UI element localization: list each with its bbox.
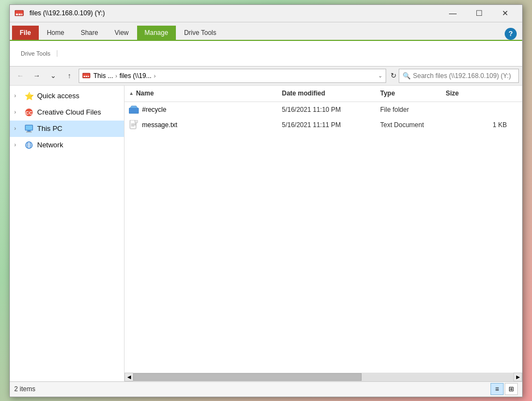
recycle-type: File folder — [380, 106, 446, 113]
up-button[interactable]: ↑ — [62, 69, 76, 82]
sidebar-item-this-pc[interactable]: › This PC — [10, 121, 124, 137]
minimize-button[interactable]: — — [440, 5, 465, 21]
tiles-view-button[interactable]: ⊞ — [505, 383, 518, 395]
quick-access-chevron-icon: › — [14, 93, 21, 99]
sidebar: › ⭐ Quick access › CC Creative Cloud Fil… — [10, 86, 125, 381]
message-date: 5/16/2021 11:11 PM — [282, 121, 380, 129]
tab-view[interactable]: View — [107, 26, 137, 40]
file-row-recycle[interactable]: #recycle 5/16/2021 11:10 PM File folder — [125, 102, 522, 117]
address-bar-row: ← → ⌄ ↑ This ... › files (\\19... › ⌄ ↻ … — [10, 67, 522, 86]
view-toggle: ≡ ⊞ — [490, 383, 518, 395]
ribbon-group-label: Drive Tools — [14, 50, 57, 57]
title-bar-icon — [14, 8, 25, 19]
sidebar-item-network[interactable]: › Network — [10, 137, 124, 153]
svg-rect-14 — [27, 130, 31, 131]
title-bar: files (\\192.168.0.109) (Y:) — ☐ ✕ — [10, 5, 522, 22]
recycle-icon — [129, 105, 139, 115]
address-sep-1: › — [115, 73, 117, 79]
sidebar-label-this-pc: This PC — [37, 124, 62, 133]
sidebar-item-creative-cloud[interactable]: › CC Creative Cloud Files — [10, 104, 124, 121]
explorer-window: files (\\192.168.0.109) (Y:) — ☐ ✕ File … — [9, 4, 523, 397]
recent-locations-button[interactable]: ⌄ — [46, 69, 60, 82]
close-button[interactable]: ✕ — [493, 5, 518, 21]
txt-icon — [129, 120, 139, 130]
col-header-date[interactable]: Date modified — [282, 89, 380, 97]
file-row-message[interactable]: message.txt 5/16/2021 11:11 PM Text Docu… — [125, 117, 522, 133]
svg-rect-3 — [19, 14, 21, 15]
svg-rect-24 — [135, 120, 138, 123]
main-area: › ⭐ Quick access › CC Creative Cloud Fil… — [10, 86, 522, 381]
message-size: 1 KB — [446, 121, 518, 129]
quick-access-icon: ⭐ — [24, 91, 34, 101]
svg-text:CC: CC — [26, 110, 33, 116]
tab-file[interactable]: File — [12, 26, 39, 40]
svg-rect-8 — [86, 76, 87, 77]
svg-rect-7 — [84, 76, 85, 77]
details-view-button[interactable]: ≡ — [490, 383, 504, 395]
sidebar-label-creative-cloud: Creative Cloud Files — [37, 108, 101, 116]
search-input[interactable] — [413, 72, 515, 80]
sort-arrow-icon: ▲ — [129, 91, 134, 96]
file-header: ▲ Name Date modified Type Size — [125, 86, 522, 102]
creative-cloud-chevron-icon: › — [14, 109, 21, 115]
this-pc-chevron-icon: › — [14, 125, 21, 131]
this-pc-icon — [24, 124, 34, 134]
search-box[interactable]: 🔍 — [399, 69, 519, 83]
svg-rect-2 — [16, 14, 18, 15]
ribbon: File Home Share View Manage Drive Tools … — [10, 22, 522, 67]
sidebar-label-network: Network — [37, 141, 63, 149]
creative-cloud-icon: CC — [24, 107, 34, 117]
sidebar-label-quick-access: Quick access — [37, 92, 79, 100]
item-count: 2 items — [14, 385, 36, 393]
address-path-1: This ... — [93, 72, 113, 80]
status-bar: 2 items ≡ ⊞ — [10, 381, 522, 397]
scroll-left-button[interactable]: ◀ — [125, 373, 133, 381]
address-dropdown-icon[interactable]: ⌄ — [378, 73, 382, 79]
tab-manage[interactable]: Manage — [137, 26, 176, 40]
file-name-message: message.txt — [129, 120, 282, 130]
svg-rect-4 — [21, 14, 22, 15]
tab-home[interactable]: Home — [39, 26, 73, 40]
refresh-button[interactable]: ↻ — [391, 71, 397, 80]
forward-button[interactable]: → — [29, 69, 44, 82]
search-icon: 🔍 — [403, 72, 411, 80]
svg-rect-13 — [26, 125, 32, 130]
file-area: ▲ Name Date modified Type Size — [125, 86, 522, 381]
help-button[interactable]: ? — [505, 28, 517, 40]
svg-rect-15 — [26, 131, 32, 133]
address-path-2: files (\\19... — [120, 72, 152, 80]
recycle-filename: #recycle — [142, 106, 167, 113]
ribbon-content: Drive Tools — [10, 40, 522, 66]
address-box[interactable]: This ... › files (\\19... › ⌄ — [79, 69, 386, 83]
col-header-size[interactable]: Size — [446, 89, 518, 97]
window-controls: — ☐ ✕ — [440, 5, 518, 21]
address-sep-2: › — [153, 73, 156, 79]
window-title: files (\\192.168.0.109) (Y:) — [29, 9, 440, 17]
tab-share[interactable]: Share — [73, 26, 107, 40]
tab-drive-tools[interactable]: Drive Tools — [176, 26, 224, 40]
svg-rect-22 — [132, 106, 136, 108]
message-type: Text Document — [380, 121, 446, 129]
file-name-recycle: #recycle — [129, 105, 282, 115]
horizontal-scrollbar[interactable]: ◀ ▶ — [125, 373, 522, 381]
network-chevron-icon: › — [14, 142, 21, 148]
recycle-date: 5/16/2021 11:10 PM — [282, 106, 380, 113]
scroll-thumb[interactable] — [133, 373, 362, 381]
svg-rect-9 — [88, 76, 89, 77]
network-icon — [24, 140, 34, 150]
col-header-type[interactable]: Type — [380, 89, 446, 97]
sidebar-item-quick-access[interactable]: › ⭐ Quick access — [10, 88, 124, 104]
maximize-button[interactable]: ☐ — [466, 5, 492, 21]
col-header-name[interactable]: ▲ Name — [129, 89, 282, 97]
message-filename: message.txt — [142, 121, 178, 129]
scroll-right-button[interactable]: ▶ — [513, 373, 522, 381]
scroll-track[interactable] — [133, 373, 513, 381]
ribbon-tabs: File Home Share View Manage Drive Tools … — [10, 22, 522, 40]
back-button[interactable]: ← — [13, 69, 27, 82]
address-drive-icon — [82, 72, 91, 80]
svg-rect-21 — [129, 108, 139, 113]
file-list: #recycle 5/16/2021 11:10 PM File folder — [125, 102, 522, 373]
